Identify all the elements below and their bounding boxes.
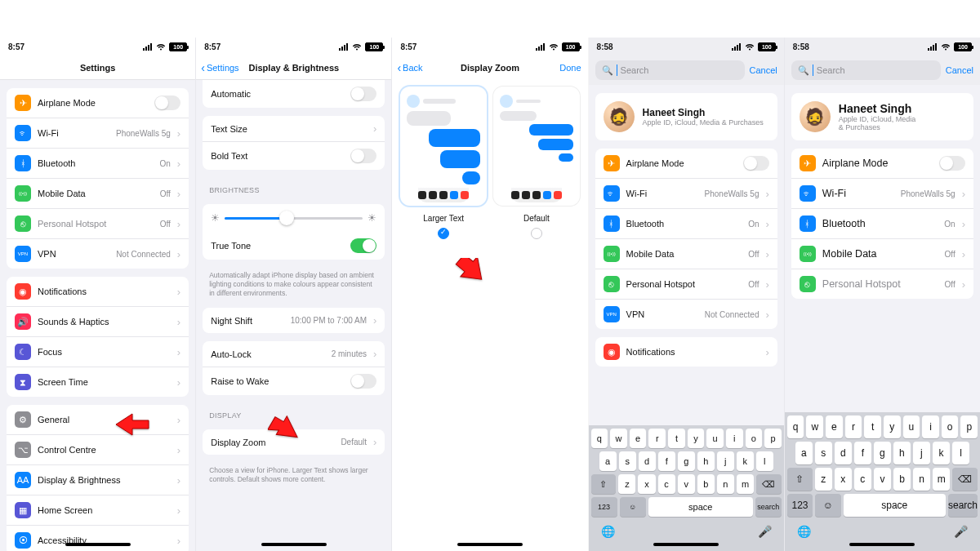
keyboard[interactable]: qwertyuiop asdfghjkl ⇧ zxcvbnm ⌫ 123 ☺ s… <box>589 425 784 551</box>
key-r[interactable]: r <box>648 429 666 448</box>
row-autolock[interactable]: Auto-Lock2 minutes› <box>203 341 385 367</box>
back-button[interactable]: ‹Back <box>397 62 422 73</box>
row-raisetowake[interactable]: Raise to Wake <box>203 367 385 395</box>
row-boldtext[interactable]: Bold Text <box>203 142 385 170</box>
key-a[interactable]: a <box>795 442 813 464</box>
key-e[interactable]: e <box>826 415 843 438</box>
space-key[interactable]: space <box>844 494 946 517</box>
keyboard[interactable]: qwertyuiop asdfghjkl ⇧ zxcvbnm ⌫ 123 ☺ s… <box>785 412 980 551</box>
row-airplanemode[interactable]: ✈Airplane Mode <box>7 88 189 118</box>
key-d[interactable]: d <box>835 442 852 464</box>
account-row[interactable]: 🧔 Haneet SinghApple ID, iCloud, Media & … <box>595 93 777 140</box>
key-v[interactable]: v <box>678 474 695 494</box>
key-w[interactable]: w <box>806 415 823 438</box>
key-l[interactable]: l <box>756 451 773 471</box>
toggle[interactable] <box>350 149 376 163</box>
key-h[interactable]: h <box>697 451 715 471</box>
row-bluetooth[interactable]: ᚼBluetoothOn› <box>7 149 189 179</box>
row-controlcentre[interactable]: ⌥Control Centre› <box>7 435 189 465</box>
toggle[interactable] <box>154 96 180 110</box>
key-t[interactable]: t <box>668 429 685 448</box>
shift-key[interactable]: ⇧ <box>787 468 813 491</box>
key-q[interactable]: q <box>787 415 804 438</box>
key-r[interactable]: r <box>845 415 862 438</box>
globe-icon[interactable]: 🌐 <box>601 525 615 538</box>
numbers-key[interactable]: 123 <box>591 497 617 517</box>
delete-key[interactable]: ⌫ <box>952 468 978 491</box>
key-v[interactable]: v <box>874 468 891 491</box>
key-k[interactable]: k <box>933 442 950 464</box>
key-z[interactable]: z <box>815 468 832 491</box>
row-mobiledata[interactable]: ((•))Mobile DataOff› <box>7 179 189 209</box>
key-p[interactable]: p <box>764 429 782 448</box>
row-bluetooth[interactable]: ᚼBluetoothOn› <box>791 209 973 239</box>
key-i[interactable]: i <box>726 429 743 448</box>
key-o[interactable]: o <box>746 429 763 448</box>
key-m[interactable]: m <box>933 468 950 491</box>
key-f[interactable]: f <box>658 451 675 471</box>
key-x[interactable]: x <box>638 474 655 494</box>
key-t[interactable]: t <box>864 415 881 438</box>
key-f[interactable]: f <box>854 442 871 464</box>
key-p[interactable]: p <box>960 415 978 438</box>
delete-key[interactable]: ⌫ <box>756 474 782 494</box>
back-button[interactable]: ‹Settings <box>201 62 238 73</box>
radio-selected[interactable] <box>438 228 449 239</box>
zoom-option-default[interactable] <box>493 87 580 206</box>
toggle[interactable] <box>743 156 769 171</box>
search-key[interactable]: search <box>755 497 782 517</box>
key-k[interactable]: k <box>737 451 754 471</box>
row-general[interactable]: ⚙General› <box>7 405 189 435</box>
row-truetone[interactable]: True Tone <box>203 232 385 260</box>
toggle[interactable] <box>350 87 376 101</box>
search-input[interactable]: 🔍 Search <box>791 60 941 80</box>
toggle[interactable] <box>939 156 965 171</box>
row-wifi[interactable]: ᯤWi-FiPhoneWalls 5g› <box>595 179 777 209</box>
row-displaybrightness[interactable]: AADisplay & Brightness› <box>7 465 189 495</box>
row-vpn[interactable]: VPNVPNNot Connected› <box>7 239 189 269</box>
search-key[interactable]: search <box>948 494 978 517</box>
key-j[interactable]: j <box>913 442 930 464</box>
search-input[interactable]: 🔍 Search <box>595 60 745 80</box>
key-h[interactable]: h <box>893 442 911 464</box>
cancel-button[interactable]: Cancel <box>946 65 973 75</box>
row-homescreen[interactable]: ▦Home Screen› <box>7 495 189 526</box>
mic-icon[interactable]: 🎤 <box>758 525 772 538</box>
key-y[interactable]: y <box>884 415 901 438</box>
toggle[interactable] <box>350 238 376 253</box>
key-g[interactable]: g <box>874 442 891 464</box>
row-personalhotspot[interactable]: ⎋Personal HotspotOff› <box>7 209 189 239</box>
key-x[interactable]: x <box>835 468 852 491</box>
key-q[interactable]: q <box>591 429 608 448</box>
row-airplanemode[interactable]: ✈Airplane Mode <box>595 149 777 179</box>
key-c[interactable]: c <box>658 474 675 494</box>
row-bluetooth[interactable]: ᚼBluetoothOn› <box>595 209 777 239</box>
row-focus[interactable]: ☾Focus› <box>7 337 189 367</box>
key-y[interactable]: y <box>688 429 705 448</box>
row-textsize[interactable]: Text Size› <box>203 116 385 142</box>
row-soundshaptics[interactable]: 🔊Sounds & Haptics› <box>7 307 189 337</box>
space-key[interactable]: space <box>648 497 753 517</box>
key-n[interactable]: n <box>913 468 930 491</box>
key-c[interactable]: c <box>854 468 871 491</box>
account-row[interactable]: 🧔 Haneet SinghApple ID, iCloud, Media & … <box>791 93 973 140</box>
emoji-key[interactable]: ☺ <box>620 497 646 517</box>
brightness-slider[interactable]: ☀ ☀ <box>203 204 385 232</box>
row-automatic[interactable]: Automatic <box>203 80 385 108</box>
radio-unselected[interactable] <box>531 228 542 239</box>
key-m[interactable]: m <box>737 474 754 494</box>
key-g[interactable]: g <box>678 451 695 471</box>
key-u[interactable]: u <box>903 415 920 438</box>
zoom-option-larger[interactable] <box>400 87 487 206</box>
key-b[interactable]: b <box>697 474 715 494</box>
key-b[interactable]: b <box>893 468 911 491</box>
globe-icon[interactable]: 🌐 <box>797 525 811 538</box>
emoji-key[interactable]: ☺ <box>815 494 840 517</box>
shift-key[interactable]: ⇧ <box>591 474 617 494</box>
row-wifi[interactable]: ᯤWi-FiPhoneWalls 5g› <box>7 118 189 149</box>
key-j[interactable]: j <box>717 451 734 471</box>
key-o[interactable]: o <box>942 415 959 438</box>
key-s[interactable]: s <box>619 451 636 471</box>
row-personalhotspot[interactable]: ⎋Personal HotspotOff› <box>595 269 777 300</box>
row-mobiledata[interactable]: ((•))Mobile DataOff› <box>595 239 777 269</box>
